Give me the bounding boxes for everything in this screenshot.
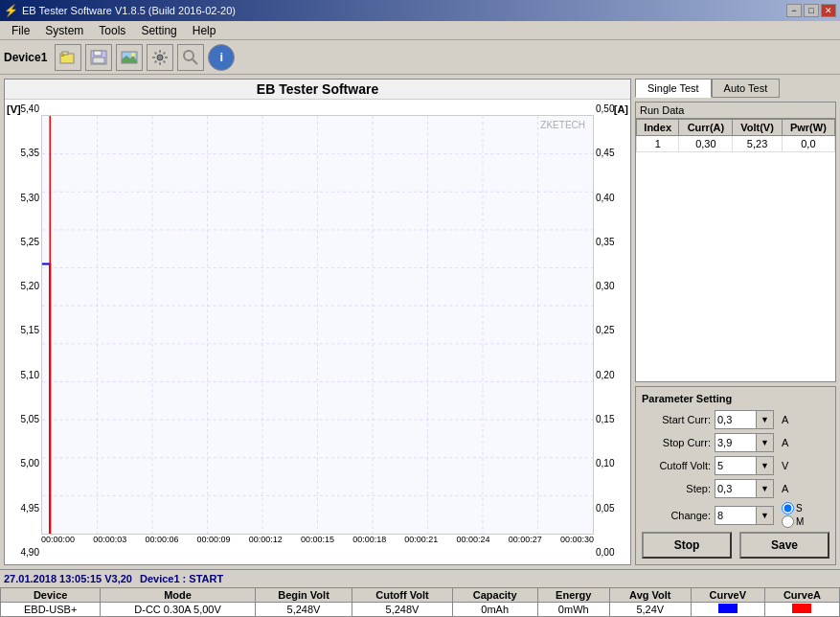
menu-system[interactable]: System [37, 22, 91, 39]
bt-col-begin: Begin Volt [255, 588, 352, 603]
radio-m[interactable] [782, 515, 794, 528]
cutoff-volt-label: Cutoff Volt: [642, 460, 711, 471]
start-curr-dropdown[interactable]: ▼ [757, 410, 774, 429]
col-pwr: Pwr(W) [782, 120, 834, 136]
stop-curr-unit: A [782, 437, 788, 448]
run-data-label: Run Data [636, 103, 835, 119]
bt-col-curvev: CurveV [691, 588, 764, 603]
device-label: Device1 [4, 51, 47, 64]
menu-tools[interactable]: Tools [91, 22, 133, 39]
device-status: Device1 : START [140, 573, 223, 584]
status-datetime: 27.01.2018 13:05:15 V3,20 [4, 573, 132, 584]
stop-curr-row: Stop Curr: ▼ A [642, 433, 829, 452]
tab-auto-test[interactable]: Auto Test [712, 79, 781, 98]
step-input[interactable] [715, 479, 757, 498]
info-button[interactable]: i [208, 44, 235, 71]
bt-col-mode: Mode [101, 588, 255, 603]
close-button[interactable]: ✕ [821, 4, 836, 17]
y-axis-left: 5,40 5,35 5,30 5,25 5,20 5,15 5,10 5,05 … [5, 100, 41, 561]
start-curr-row: Start Curr: ▼ A [642, 410, 829, 429]
start-curr-input[interactable] [715, 410, 757, 429]
param-title: Parameter Setting [642, 393, 829, 404]
cutoff-volt-unit: V [782, 460, 788, 471]
y-axis-right: 0,50 0,45 0,40 0,35 0,30 0,25 0,20 0,15 … [594, 100, 630, 561]
curve-a-color-box [792, 604, 811, 613]
menu-help[interactable]: Help [185, 22, 224, 39]
step-dropdown[interactable]: ▼ [757, 479, 774, 498]
minimize-button[interactable]: − [786, 4, 802, 17]
save-toolbar-button[interactable] [85, 44, 112, 71]
bottom-table-wrap: Device Mode Begin Volt Cutoff Volt Capac… [0, 587, 840, 617]
svg-point-9 [157, 55, 163, 60]
curve-v-color-box [718, 604, 738, 613]
svg-rect-5 [93, 57, 104, 63]
stop-curr-input[interactable] [715, 433, 757, 452]
col-volt: Volt(V) [733, 120, 782, 136]
tab-bar: Single Test Auto Test [635, 79, 836, 98]
svg-rect-2 [62, 52, 68, 55]
change-radio-group: S M [782, 502, 804, 528]
status-bar: 27.01.2018 13:05:15 V3,20 Device1 : STAR… [0, 569, 840, 617]
chart-title: EB Tester Software [5, 80, 630, 100]
step-row: Step: ▼ A [642, 479, 829, 498]
step-unit: A [782, 483, 788, 494]
radio-s[interactable] [782, 502, 794, 514]
toolbar: Device1 i [0, 40, 840, 75]
title-bar: ⚡ EB Tester Software V1.8.5 (Build 2016-… [0, 0, 840, 21]
parameter-setting: Parameter Setting Start Curr: ▼ A Stop C… [635, 386, 836, 565]
start-curr-unit: A [782, 414, 788, 425]
col-curr: Curr(A) [679, 120, 733, 136]
curve-v-cell [691, 603, 764, 617]
change-row: Change: ▼ S M [642, 502, 829, 528]
svg-point-8 [131, 53, 135, 57]
change-input[interactable] [715, 506, 757, 525]
settings-button[interactable] [147, 44, 173, 71]
app-title: EB Tester Software V1.8.5 (Build 2016-02… [22, 5, 236, 16]
stop-button[interactable]: Stop [642, 532, 732, 559]
stop-curr-label: Stop Curr: [642, 437, 711, 448]
search-button[interactable] [177, 44, 204, 71]
bottom-table-row: EBD-USB+ D-CC 0.30A 5,00V 5,248V 5,248V … [1, 603, 840, 617]
curve-a-cell [764, 603, 839, 617]
radio-m-label: M [796, 516, 804, 527]
svg-line-11 [193, 59, 197, 64]
tab-single-test[interactable]: Single Test [635, 79, 712, 98]
change-label: Change: [642, 510, 711, 521]
open-button[interactable] [55, 44, 81, 71]
chart-plot: ZKETECH [41, 115, 594, 535]
svg-rect-4 [94, 51, 102, 56]
cutoff-volt-dropdown[interactable]: ▼ [757, 456, 774, 475]
col-index: Index [637, 120, 679, 136]
app-icon: ⚡ [4, 4, 18, 17]
menu-bar: File System Tools Setting Help [0, 21, 840, 40]
watermark: ZKETECH [540, 120, 585, 130]
bt-col-cutoff: Cutoff Volt [352, 588, 452, 603]
bottom-table: Device Mode Begin Volt Cutoff Volt Capac… [0, 587, 840, 617]
table-row: 1 0,30 5,23 0,0 [637, 136, 835, 152]
x-axis: 00:00:00 00:00:03 00:00:06 00:00:09 00:0… [41, 535, 594, 561]
menu-setting[interactable]: Setting [133, 22, 184, 39]
step-label: Step: [642, 483, 711, 494]
image-button[interactable] [116, 44, 143, 71]
change-dropdown[interactable]: ▼ [757, 506, 774, 525]
bt-col-curvea: CurveA [764, 588, 839, 603]
stop-curr-dropdown[interactable]: ▼ [757, 433, 774, 452]
start-curr-label: Start Curr: [642, 414, 711, 425]
chart-svg [42, 116, 593, 534]
menu-file[interactable]: File [4, 22, 37, 39]
run-data-table-wrap: Index Curr(A) Volt(V) Pwr(W) 1 0,30 5,23… [636, 119, 835, 272]
bt-col-avgvolt: Avg Volt [609, 588, 691, 603]
svg-point-10 [184, 51, 193, 60]
status-line: 27.01.2018 13:05:15 V3,20 Device1 : STAR… [0, 570, 840, 587]
bt-col-device: Device [1, 588, 101, 603]
save-button[interactable]: Save [739, 532, 829, 559]
run-data-table: Index Curr(A) Volt(V) Pwr(W) 1 0,30 5,23… [636, 119, 835, 152]
bt-col-capacity: Capacity [452, 588, 537, 603]
maximize-button[interactable]: □ [804, 4, 819, 17]
radio-s-label: S [796, 503, 803, 514]
cutoff-volt-row: Cutoff Volt: ▼ V [642, 456, 829, 475]
bt-col-energy: Energy [537, 588, 609, 603]
cutoff-volt-input[interactable] [715, 456, 757, 475]
